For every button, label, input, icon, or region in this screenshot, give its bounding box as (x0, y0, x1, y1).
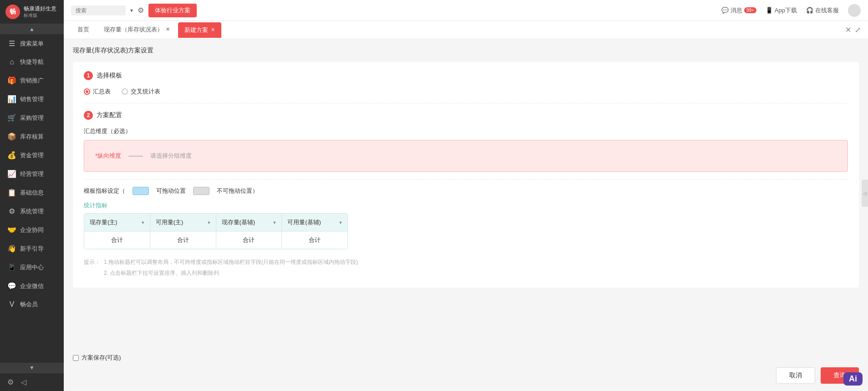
sidebar-item-app-center[interactable]: 📱 应用中心 (0, 258, 64, 277)
hints: 提示： 1.拖动标题栏可以调整布局，不可跨维度或指标区域拖动栏目字段(只能在同一… (84, 257, 848, 278)
tab-new-plan[interactable]: 新建方案 ✕ (178, 22, 221, 38)
draggable-indicator-box (133, 187, 149, 195)
stats-header-col3: 现存量(基辅) ▾ (216, 214, 282, 231)
col1-dropdown-icon[interactable]: ▾ (142, 220, 144, 226)
stats-data-col4: 合计 (282, 232, 347, 249)
sidebar-item-label: 快捷导航 (20, 58, 44, 66)
tab-inventory-close-icon[interactable]: ✕ (166, 26, 170, 32)
hint2: 提示： 2. 点击标题栏下拉可设置排序、插入列和删除列 (84, 268, 848, 278)
sidebar-item-label: 企业微信 (20, 282, 44, 290)
experience-button[interactable]: 体验行业方案 (148, 4, 197, 17)
section1-header: 1 选择模板 (84, 71, 848, 80)
dimension-arrow: —— (128, 152, 143, 160)
handshake-icon: 🤝 (7, 226, 16, 234)
radio-summary-circle (84, 88, 90, 95)
topbar-settings-icon[interactable]: ⚙ (138, 6, 144, 15)
avatar[interactable] (848, 4, 861, 17)
stats-data-col2: 合计 (150, 232, 216, 249)
brand-name: 畅康通好生意 (24, 5, 56, 13)
trend-icon: 📈 (7, 170, 16, 178)
mobile-icon: 📱 (7, 263, 16, 272)
ai-label[interactable]: Ai (843, 372, 863, 386)
sidebar: 畅 畅康通好生意 标准版 ▲ ☰ 搜索菜单 ⌂ 快捷导航 🎁 营销推广 📊 销售… (0, 0, 64, 391)
sidebar-item-marketing[interactable]: 🎁 营销推广 (0, 71, 64, 90)
hint-prefix: 提示： (84, 257, 100, 268)
home-icon: ⌂ (7, 58, 16, 66)
sidebar-item-purchase[interactable]: 🛒 采购管理 (0, 108, 64, 127)
sidebar-scroll-up[interactable]: ▲ (0, 24, 64, 34)
radio-cross[interactable]: 交叉统计表 (122, 87, 160, 96)
sidebar-item-system[interactable]: ⚙ 系统管理 (0, 202, 64, 221)
section1-title: 选择模板 (97, 72, 122, 80)
brand-text: 畅康通好生意 标准版 (24, 5, 56, 19)
sidebar-item-vip[interactable]: V 畅会员 (0, 295, 64, 314)
sidebar-footer: ⚙ ◁ (0, 373, 64, 391)
fixed-label: 不可拖动位置） (217, 187, 258, 195)
sidebar-item-wechat[interactable]: 💬 企业微信 (0, 277, 64, 295)
message-button[interactable]: 💬 消息 99+ (721, 6, 756, 15)
sidebar-item-label: 采购管理 (20, 114, 44, 122)
sidebar-item-basic-info[interactable]: 📋 基础信息 (0, 183, 64, 202)
radio-summary-label: 汇总表 (93, 87, 111, 96)
page-title: 现存量(库存状况表)方案设置 (73, 46, 859, 55)
stats-label: 统计指标 (84, 201, 848, 210)
tab-new-plan-close-icon[interactable]: ✕ (211, 27, 215, 33)
window-expand-button[interactable]: ⤢ (855, 26, 861, 34)
save-checkbox[interactable] (73, 355, 79, 361)
col1-label: 现存量(主) (90, 218, 117, 226)
content-area: 现存量(库存状况表)方案设置 1 选择模板 汇总表 交叉统计表 2 (64, 39, 868, 347)
sidebar-item-cooperation[interactable]: 🤝 企业协同 (0, 221, 64, 239)
side-handle[interactable]: ◁ (862, 180, 868, 207)
col2-dropdown-icon[interactable]: ▾ (208, 220, 210, 226)
hint2-text: 2. 点击标题栏下拉可设置排序、插入列和删除列 (104, 268, 219, 278)
radio-summary[interactable]: 汇总表 (84, 87, 111, 96)
dimension-required: *纵向维度 (95, 152, 121, 160)
dimension-box: *纵向维度 —— 请选择分组维度 (84, 140, 848, 172)
sidebar-item-sales[interactable]: 📊 销售管理 (0, 90, 64, 108)
audio-footer-icon[interactable]: ◁ (21, 378, 26, 386)
stats-header-col4: 可用量(基辅) ▾ (282, 214, 347, 231)
sidebar-scroll-down[interactable]: ▼ (0, 363, 64, 373)
sidebar-item-label: 搜索菜单 (20, 40, 44, 48)
sidebar-item-label: 企业协同 (20, 226, 44, 234)
sidebar-item-business[interactable]: 📈 经营管理 (0, 165, 64, 183)
tab-home[interactable]: 首页 (71, 22, 96, 38)
message-badge: 99+ (744, 7, 756, 13)
dimension-placeholder[interactable]: 请选择分组维度 (150, 152, 192, 160)
sidebar-item-newbie[interactable]: 👋 新手引导 (0, 239, 64, 258)
window-controls: ✕ ⤢ (845, 26, 861, 34)
sidebar-item-finance[interactable]: 💰 资金管理 (0, 146, 64, 165)
stats-data-col3: 合计 (216, 232, 282, 249)
sidebar-item-label: 资金管理 (20, 151, 44, 159)
cart-icon: 🛒 (7, 113, 16, 122)
gear-icon: ⚙ (7, 207, 16, 216)
info-icon: 📋 (7, 188, 16, 197)
sidebar-item-quick-nav[interactable]: ⌂ 快捷导航 (0, 53, 64, 71)
settings-footer-icon[interactable]: ⚙ (7, 378, 14, 386)
col3-dropdown-icon[interactable]: ▾ (273, 220, 276, 226)
topbar-dropdown-button[interactable]: ▾ (130, 7, 133, 14)
message-label: 消息 (730, 6, 742, 15)
save-checkbox-row: 方案保存(可选) (73, 354, 859, 362)
fixed-indicator-box (193, 187, 209, 195)
search-input[interactable] (71, 5, 126, 15)
sidebar-item-inventory[interactable]: 📦 库存核算 (0, 127, 64, 146)
window-close-button[interactable]: ✕ (845, 26, 851, 34)
tab-inventory-label: 现存量（库存状况表） (104, 26, 163, 34)
customer-service-button[interactable]: 🎧 在线客服 (806, 6, 839, 15)
sidebar-nav: ☰ 搜索菜单 ⌂ 快捷导航 🎁 营销推广 📊 销售管理 🛒 采购管理 📦 库存核… (0, 34, 64, 363)
customer-service-icon: 🎧 (806, 7, 813, 14)
template-indicator-prefix: 模板指标设定（ (84, 187, 125, 195)
app-download-icon: 📱 (766, 7, 773, 14)
brand-area: 畅 畅康通好生意 标准版 (0, 0, 64, 24)
col2-label: 可用量(主) (156, 218, 184, 226)
section2-number: 2 (84, 111, 93, 120)
brand-logo: 畅 (5, 5, 20, 19)
wechat-icon: 💬 (7, 282, 16, 290)
sidebar-item-search-menu[interactable]: ☰ 搜索菜单 (0, 34, 64, 53)
cancel-button[interactable]: 取消 (776, 367, 815, 384)
col4-dropdown-icon[interactable]: ▾ (339, 220, 342, 226)
save-label: 方案保存(可选) (82, 354, 121, 362)
tab-inventory-status[interactable]: 现存量（库存状况表） ✕ (97, 22, 176, 38)
app-download-button[interactable]: 📱 App下载 (766, 6, 797, 15)
